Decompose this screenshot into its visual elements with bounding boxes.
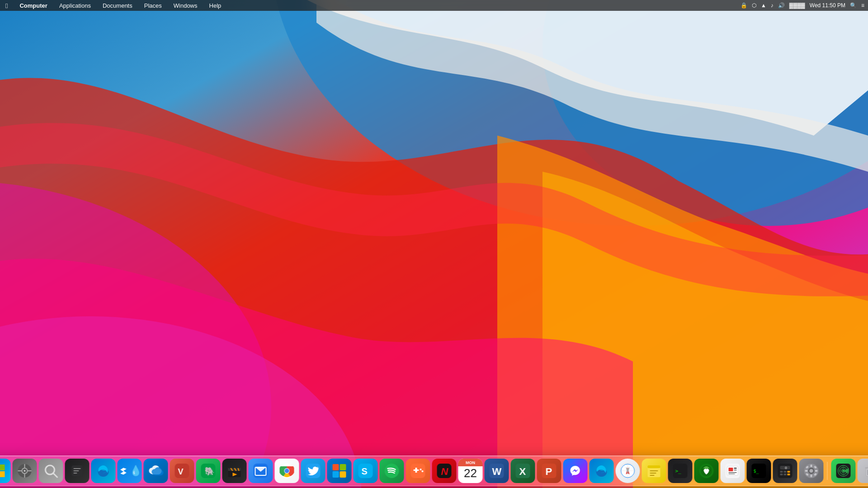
svg-rect-42: [333, 464, 339, 470]
music-icon[interactable]: ♪: [771, 2, 774, 9]
dock-item-xbox[interactable]: [694, 459, 719, 483]
dock-item-windows-start[interactable]: [0, 459, 11, 483]
svg-rect-45: [340, 471, 346, 478]
dock-item-calendar[interactable]: MON 22: [458, 459, 483, 483]
dock-item-msstore[interactable]: [327, 459, 352, 483]
dock-separator: [827, 462, 828, 480]
svg-rect-101: [811, 474, 812, 477]
svg-rect-102: [805, 470, 808, 472]
svg-rect-44: [333, 471, 339, 478]
svg-text:W: W: [492, 466, 502, 477]
bluetooth-icon[interactable]: ⬡: [752, 2, 756, 9]
dock-item-messenger[interactable]: [563, 459, 588, 483]
wifi-icon[interactable]: ▲: [761, 2, 766, 9]
svg-rect-73: [650, 475, 655, 476]
svg-text:>_: >_: [675, 468, 682, 474]
dock-container: 💧 V 🐘: [0, 455, 868, 488]
svg-rect-19: [74, 468, 81, 469]
volume-icon[interactable]: 🔊: [778, 2, 785, 9]
svg-text:0: 0: [785, 466, 787, 470]
svg-text:S: S: [362, 466, 368, 476]
svg-point-11: [24, 470, 26, 472]
svg-rect-6: [0, 465, 5, 470]
dock-item-calculator[interactable]: 0: [773, 459, 797, 483]
svg-line-17: [53, 473, 57, 477]
dock-item-twitter[interactable]: [301, 459, 326, 483]
menubar-documents[interactable]: Documents: [101, 1, 134, 10]
svg-text:X: X: [519, 466, 526, 477]
dock-item-stickies[interactable]: [642, 459, 666, 483]
dock-item-safari[interactable]: [616, 459, 640, 483]
dock-item-chrome[interactable]: [275, 459, 299, 483]
menubar-computer[interactable]: Computer: [18, 1, 49, 10]
svg-rect-85: [734, 470, 737, 471]
svg-point-99: [810, 469, 813, 473]
dock-item-edge[interactable]: [91, 459, 116, 483]
dock-item-spotlight[interactable]: [39, 459, 63, 483]
dock-item-system-prefs[interactable]: [799, 459, 824, 483]
menubar-places[interactable]: Places: [142, 1, 164, 10]
svg-text:🐘: 🐘: [205, 466, 215, 476]
dock-item-vox[interactable]: V: [170, 459, 194, 483]
svg-text:V: V: [178, 467, 184, 476]
svg-rect-71: [650, 470, 658, 471]
svg-rect-70: [648, 465, 660, 468]
svg-rect-95: [784, 474, 787, 475]
dock-item-terminal[interactable]: >_: [668, 459, 693, 483]
svg-rect-8: [0, 471, 5, 477]
svg-text:$_: $_: [754, 469, 760, 474]
svg-rect-93: [788, 471, 790, 473]
dock-item-skype[interactable]: S: [354, 459, 378, 483]
dock-item-evernote[interactable]: 🐘: [196, 459, 221, 483]
dock-item-trash[interactable]: [858, 459, 868, 483]
battery-icon[interactable]: ▓▓▓▓: [789, 2, 805, 9]
svg-point-53: [422, 470, 424, 472]
dock-item-notes2[interactable]: [65, 459, 90, 483]
dock-item-powerpoint[interactable]: P: [537, 459, 561, 483]
svg-rect-92: [784, 471, 787, 473]
svg-point-48: [385, 464, 399, 478]
svg-rect-84: [734, 469, 737, 470]
dock-item-dropbox[interactable]: 💧: [118, 459, 142, 483]
menubar-windows[interactable]: Windows: [172, 1, 199, 10]
svg-rect-94: [780, 474, 783, 475]
dock-item-edge2[interactable]: [590, 459, 614, 483]
menubar-help[interactable]: Help: [208, 1, 223, 10]
svg-rect-43: [340, 464, 346, 470]
dock-item-claquette[interactable]: [222, 459, 247, 483]
svg-point-115: [843, 470, 844, 472]
svg-rect-51: [415, 468, 417, 473]
svg-point-40: [285, 469, 289, 473]
search-icon[interactable]: 🔍: [850, 2, 857, 9]
calendar-day: 22: [464, 467, 477, 479]
svg-rect-91: [780, 471, 783, 473]
menubar-right: 🔒 ⬡ ▲ ♪ 🔊 ▓▓▓▓ Wed 11:50 PM 🔍 ≡: [741, 2, 864, 9]
svg-text:P: P: [546, 466, 552, 477]
dock-item-launchpad[interactable]: [13, 459, 37, 483]
controls-icon[interactable]: ≡: [861, 2, 864, 9]
dock-item-word[interactable]: W: [485, 459, 509, 483]
apple-menu[interactable]: : [4, 1, 9, 10]
menubar:  Computer Applications Documents Places…: [0, 0, 868, 11]
svg-rect-82: [729, 474, 735, 474]
desktop-wallpaper: [0, 0, 868, 488]
svg-rect-103: [815, 470, 818, 472]
dock-item-network[interactable]: [831, 459, 856, 483]
svg-rect-72: [650, 473, 656, 474]
dock-item-news[interactable]: [721, 459, 745, 483]
dock-item-airmail[interactable]: [249, 459, 273, 483]
dock-item-netflix[interactable]: N: [432, 459, 457, 483]
svg-point-52: [420, 469, 422, 470]
lock-icon: 🔒: [741, 2, 747, 9]
svg-rect-83: [734, 468, 737, 469]
calendar-month: MON: [458, 459, 483, 466]
dock-item-spotify[interactable]: [380, 459, 404, 483]
svg-rect-81: [729, 472, 737, 473]
svg-rect-117: [865, 467, 868, 469]
menubar-applications[interactable]: Applications: [57, 1, 93, 10]
dock-item-gaming[interactable]: [406, 459, 430, 483]
dock-item-excel[interactable]: X: [511, 459, 535, 483]
dock-item-onedrive[interactable]: [144, 459, 168, 483]
datetime-display[interactable]: Wed 11:50 PM: [810, 2, 845, 9]
dock-item-iterm[interactable]: $_: [747, 459, 771, 483]
